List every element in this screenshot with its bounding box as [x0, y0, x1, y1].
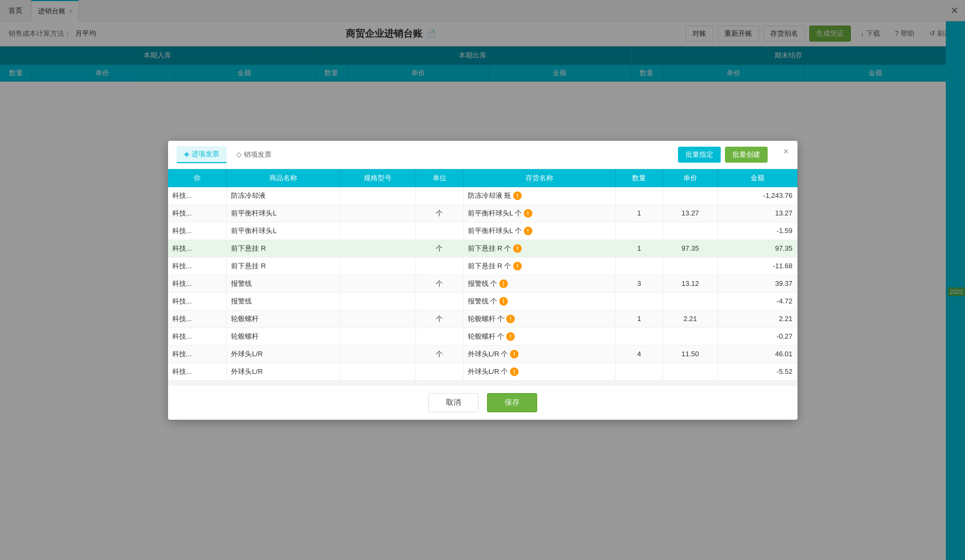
cell-storage: 报警线 个 ! [463, 275, 616, 292]
cell-spec [339, 239, 416, 257]
table-row[interactable]: 科技... 前平衡杆球头L 个 前平衡杆球头L 个 ! 1 13.27 13.2… [168, 204, 797, 222]
horizontal-scrollbar[interactable] [168, 381, 797, 385]
cell-qty [616, 257, 663, 275]
table-row[interactable]: 科技... 外球头L/R 外球头L/R 个 ! -5.52 [168, 363, 797, 380]
cell-id: 科技... [168, 363, 227, 380]
table-row[interactable]: 科技... 轮毂螺杆 轮毂螺杆 个 ! -0.27 [168, 327, 797, 345]
cell-storage: 前下悬挂 R 个 ! [463, 257, 616, 275]
cell-qty: 1 [616, 204, 663, 222]
cell-amount: -1,243.76 [717, 187, 797, 205]
cell-name: 报警线 [227, 292, 340, 310]
warn-icon: ! [510, 367, 519, 376]
warn-icon: ! [499, 279, 508, 288]
modal-header: ◈ 进项发票 ◇ 销项发票 批量指定 批量创建 × [168, 141, 797, 169]
cell-spec [339, 345, 416, 363]
cell-amount: -4.72 [717, 292, 797, 310]
cell-name: 轮毂螺杆 [227, 310, 340, 327]
cell-amount: -0.27 [717, 327, 797, 345]
col-header-storage: 存货名称 [463, 169, 616, 187]
cell-price [663, 292, 718, 310]
warn-icon: ! [513, 244, 522, 253]
warn-icon: ! [506, 332, 515, 341]
batch-create-button[interactable]: 批量创建 [725, 147, 768, 163]
col-header-id: 你 [168, 169, 227, 187]
cell-id: 科技... [168, 327, 227, 345]
cell-id: 科技... [168, 239, 227, 257]
table-row[interactable]: 科技... 前下悬挂 R 个 前下悬挂 R 个 ! 1 97.35 97.35 [168, 239, 797, 257]
cell-amount: 46.01 [717, 345, 797, 363]
tab-in-invoice[interactable]: ◈ 进项发票 [177, 146, 227, 163]
cell-name: 轮毂螺杆 [227, 327, 340, 345]
warn-icon: ! [506, 315, 515, 323]
col-header-price: 单价 [663, 169, 718, 187]
cell-price: 11.50 [663, 345, 718, 363]
cell-spec [339, 310, 416, 327]
cell-unit: 个 [416, 239, 463, 257]
cell-name: 外球头L/R [227, 345, 340, 363]
cell-spec [339, 327, 416, 345]
cell-storage: 轮毂螺杆 个 ! [463, 327, 616, 345]
cell-storage: 报警线 个 ! [463, 292, 616, 310]
tab-in-icon: ◈ [184, 150, 189, 158]
table-row[interactable]: 科技... 防冻冷却液 防冻冷却液 瓶 ! -1,243.76 [168, 187, 797, 205]
table-row[interactable]: 科技... 轮毂螺杆 个 轮毂螺杆 个 ! 1 2.21 2.21 [168, 310, 797, 327]
cell-amount: -1.59 [717, 222, 797, 239]
cell-name: 报警线 [227, 275, 340, 292]
table-row[interactable]: 科技... 前平衡杆球头L 前平衡杆球头L 个 ! -1.59 [168, 222, 797, 239]
cell-qty [616, 327, 663, 345]
cell-unit [416, 327, 463, 345]
cell-price [663, 327, 718, 345]
cell-amount: 13.27 [717, 204, 797, 222]
cell-spec [339, 222, 416, 239]
modal-dialog: ◈ 进项发票 ◇ 销项发票 批量指定 批量创建 × 你 商品名称 规格型号 [168, 141, 797, 420]
batch-assign-button[interactable]: 批量指定 [678, 147, 721, 163]
cell-id: 科技... [168, 187, 227, 205]
cell-qty [616, 292, 663, 310]
warn-icon: ! [513, 191, 522, 200]
table-header-row: 你 商品名称 规格型号 单位 存货名称 数量 单价 金额 [168, 169, 797, 187]
col-header-unit: 单位 [416, 169, 463, 187]
cell-id: 科技... [168, 204, 227, 222]
cell-amount: 97.35 [717, 239, 797, 257]
cell-unit [416, 187, 463, 205]
modal-close-button[interactable]: × [783, 146, 789, 157]
cell-unit: 个 [416, 345, 463, 363]
cell-storage: 前平衡杆球头L 个 ! [463, 204, 616, 222]
cell-price: 13.27 [663, 204, 718, 222]
modal-toolbar: 批量指定 批量创建 [678, 147, 768, 163]
cell-amount: -11.68 [717, 257, 797, 275]
cell-price [663, 257, 718, 275]
cell-name: 外球头L/R [227, 363, 340, 380]
cell-qty: 4 [616, 345, 663, 363]
cell-unit [416, 222, 463, 239]
table-row[interactable]: 科技... 报警线 报警线 个 ! -4.72 [168, 292, 797, 310]
cell-qty [616, 187, 663, 205]
cell-storage: 外球头L/R 个 ! [463, 363, 616, 380]
col-header-amount: 金额 [717, 169, 797, 187]
cell-id: 科技... [168, 257, 227, 275]
col-header-spec: 规格型号 [339, 169, 416, 187]
cell-amount: 39.37 [717, 275, 797, 292]
cell-unit: 个 [416, 204, 463, 222]
cell-unit [416, 257, 463, 275]
tab-in-label: 进项发票 [192, 149, 219, 159]
tab-out-label: 销项发票 [244, 150, 272, 159]
cell-id: 科技... [168, 292, 227, 310]
cell-spec [339, 363, 416, 380]
cell-qty [616, 222, 663, 239]
cell-storage: 防冻冷却液 瓶 ! [463, 187, 616, 205]
cell-spec [339, 257, 416, 275]
table-row[interactable]: 科技... 外球头L/R 个 外球头L/R 个 ! 4 11.50 46.01 [168, 345, 797, 363]
tab-out-invoice[interactable]: ◇ 销项发票 [229, 147, 279, 163]
table-row[interactable]: 科技... 前下悬挂 R 前下悬挂 R 个 ! -11.68 [168, 257, 797, 275]
table-row[interactable]: 科技... 报警线 个 报警线 个 ! 3 13.12 39.37 [168, 275, 797, 292]
cell-unit: 个 [416, 275, 463, 292]
cell-qty [616, 363, 663, 380]
modal-table: 你 商品名称 规格型号 单位 存货名称 数量 单价 金额 科技... 防冻冷却液… [168, 169, 797, 381]
cell-price [663, 187, 718, 205]
save-button[interactable]: 保存 [487, 393, 537, 412]
cell-unit: 个 [416, 310, 463, 327]
cell-name: 前下悬挂 R [227, 257, 340, 275]
cancel-button[interactable]: 取消 [428, 393, 478, 412]
cell-name: 前平衡杆球头L [227, 222, 340, 239]
